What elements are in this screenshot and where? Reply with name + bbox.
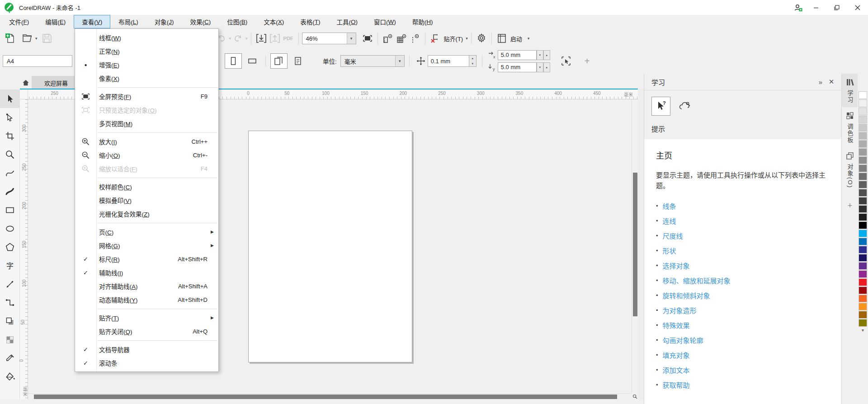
view-menu-item-23[interactable]: 动态辅助线(Y)Alt+Shift+D <box>75 293 218 306</box>
color-swatch[interactable] <box>859 303 867 310</box>
view-menu-item-4[interactable]: 像素(X) <box>75 71 218 85</box>
menubar-item-2[interactable]: 编辑(E) <box>37 15 74 28</box>
color-swatch[interactable] <box>859 132 867 140</box>
new-document-button[interactable] <box>4 31 17 46</box>
page-size-combo[interactable]: A4 <box>3 55 72 67</box>
all-pages-button[interactable] <box>270 53 288 69</box>
color-swatch[interactable] <box>859 140 867 148</box>
panel-splitter[interactable] <box>638 89 644 404</box>
pick-tool[interactable] <box>0 89 20 108</box>
duplicate-x-spinner[interactable]: ▼▲ <box>537 50 550 60</box>
color-swatch[interactable] <box>859 319 867 327</box>
color-swatch[interactable] <box>859 270 867 278</box>
snap-dropdown-arrow-icon[interactable]: ▾ <box>466 36 468 41</box>
color-swatch[interactable] <box>859 254 867 262</box>
palette-scroll-down-icon[interactable]: ▾ <box>858 328 868 333</box>
menubar-item-7[interactable]: 位图(B) <box>219 15 255 28</box>
color-swatch[interactable] <box>859 99 867 107</box>
view-menu-item-21[interactable]: ✓辅助线(I) <box>75 266 218 279</box>
color-swatch[interactable] <box>859 173 867 180</box>
color-swatch[interactable] <box>859 278 867 286</box>
polygon-tool[interactable] <box>0 238 20 256</box>
duplicate-y-spinner[interactable]: ▼▲ <box>537 62 550 72</box>
duplicate-y-field[interactable]: 5.0 mm <box>498 62 537 72</box>
show-rulers-button[interactable] <box>381 31 395 46</box>
color-swatch[interactable] <box>859 189 867 197</box>
launch-panel-icon[interactable] <box>495 31 509 46</box>
view-menu-item-14[interactable]: 校样颜色(C) <box>75 180 218 193</box>
color-swatch[interactable] <box>859 116 867 123</box>
learn-topic-link-9[interactable]: 特殊效果 <box>663 320 690 330</box>
open-document-button[interactable] <box>21 31 34 46</box>
fullscreen-preview-button[interactable] <box>361 31 374 46</box>
view-menu-item-2[interactable]: 正常(N) <box>75 44 218 58</box>
docker-tab-3[interactable]: 对象(O) <box>842 147 858 192</box>
dimension-tool[interactable] <box>0 275 20 293</box>
artistic-media-tool[interactable] <box>0 182 20 201</box>
view-menu-item-6[interactable]: 全屏预览(F)F9 <box>75 89 218 103</box>
learn-topic-link-8[interactable]: 为对象造形 <box>663 305 697 315</box>
welcome-screen-tab[interactable]: 欢迎屏幕 <box>32 76 80 89</box>
show-grid-button[interactable] <box>395 31 408 46</box>
learn-topic-link-10[interactable]: 勾画对象轮廓 <box>663 335 703 345</box>
vertical-scrollbar[interactable] <box>632 99 638 393</box>
zoom-tool[interactable] <box>0 145 20 164</box>
document-page[interactable] <box>248 131 412 362</box>
menubar-item-10[interactable]: 工具(O) <box>329 15 366 28</box>
vertical-ruler[interactable]: 300250200150100500 <box>20 99 28 404</box>
minimize-button[interactable] <box>806 0 826 15</box>
view-menu-item-28[interactable]: ✓文档导航器 <box>75 343 218 356</box>
color-swatch[interactable] <box>859 246 867 254</box>
text-tool[interactable]: 字 <box>0 256 20 275</box>
view-menu-item-3[interactable]: ●增强(E) <box>75 58 218 71</box>
view-menu-item-20[interactable]: ✓标尺(R)Alt+Shift+R <box>75 252 218 266</box>
learn-topic-link-7[interactable]: 旋转和倾斜对象 <box>663 291 710 300</box>
view-menu-item-26[interactable]: 贴齐关闭(Q)Alt+Q <box>75 324 218 338</box>
color-swatch[interactable] <box>859 238 867 245</box>
menubar-item-5[interactable]: 对象(J) <box>146 15 182 28</box>
learn-topic-link-6[interactable]: 移动、缩放和延展对象 <box>663 276 731 285</box>
launch-label[interactable]: 启动 <box>510 34 522 43</box>
panel-close-icon[interactable]: ✕ <box>826 76 837 87</box>
menubar-item-4[interactable]: 布局(L) <box>110 15 146 28</box>
docker-tab-2[interactable]: 调色板 <box>842 107 858 147</box>
current-page-button[interactable] <box>289 53 307 69</box>
units-combo-arrow-icon[interactable]: ▾ <box>395 56 404 66</box>
learn-topic-link-4[interactable]: 形状 <box>663 246 676 255</box>
horizontal-scrollbar[interactable] <box>28 393 632 399</box>
maximize-button[interactable] <box>826 0 847 15</box>
docker-tab-1[interactable]: 学习 <box>842 74 858 107</box>
view-menu-item-22[interactable]: 对齐辅助线(A)Alt+Shift+A <box>75 279 218 293</box>
view-menu-item-11[interactable]: 缩小(O)Ctrl+- <box>75 148 218 162</box>
view-menu-item-18[interactable]: 页(C)▶ <box>75 225 218 239</box>
vertical-scrollbar-thumb[interactable] <box>633 173 637 316</box>
home-tab-icon[interactable] <box>21 77 31 89</box>
rectangle-tool[interactable] <box>0 201 20 219</box>
color-swatch[interactable] <box>859 230 867 237</box>
treat-as-filled-button[interactable] <box>557 53 575 69</box>
hints-mode-button[interactable]: ? <box>651 97 670 116</box>
view-menu-item-10[interactable]: 放大(I)Ctrl++ <box>75 135 218 148</box>
transparency-tool[interactable] <box>0 330 20 349</box>
color-swatch[interactable] <box>859 197 867 205</box>
view-menu-item-15[interactable]: 模拟叠印(V) <box>75 193 218 207</box>
menubar-item-6[interactable]: 效果(C) <box>182 15 219 28</box>
drop-shadow-tool[interactable] <box>0 312 20 330</box>
color-swatch[interactable] <box>859 262 867 270</box>
connector-tool[interactable] <box>0 293 20 312</box>
menubar-item-8[interactable]: 文本(X) <box>255 15 292 28</box>
horizontal-scrollbar-thumb[interactable] <box>34 395 617 399</box>
color-swatch[interactable] <box>859 164 867 172</box>
landscape-orientation-button[interactable] <box>244 53 261 69</box>
color-swatch[interactable] <box>859 311 867 319</box>
spin-down-icon[interactable]: ▼ <box>469 61 476 66</box>
learn-topic-link-11[interactable]: 填充对象 <box>663 350 690 360</box>
learn-topic-link-13[interactable]: 获取帮助 <box>663 380 690 390</box>
menubar-item-3[interactable]: 查看(V) <box>74 15 110 28</box>
color-swatch[interactable] <box>859 124 867 132</box>
ellipse-tool[interactable] <box>0 219 20 238</box>
learn-topic-link-3[interactable]: 尺度线 <box>663 231 683 240</box>
color-swatch[interactable] <box>859 295 867 302</box>
nudge-distance-field[interactable]: 0.1 mm <box>428 55 469 67</box>
open-dropdown-arrow-icon[interactable]: ▾ <box>35 36 38 41</box>
